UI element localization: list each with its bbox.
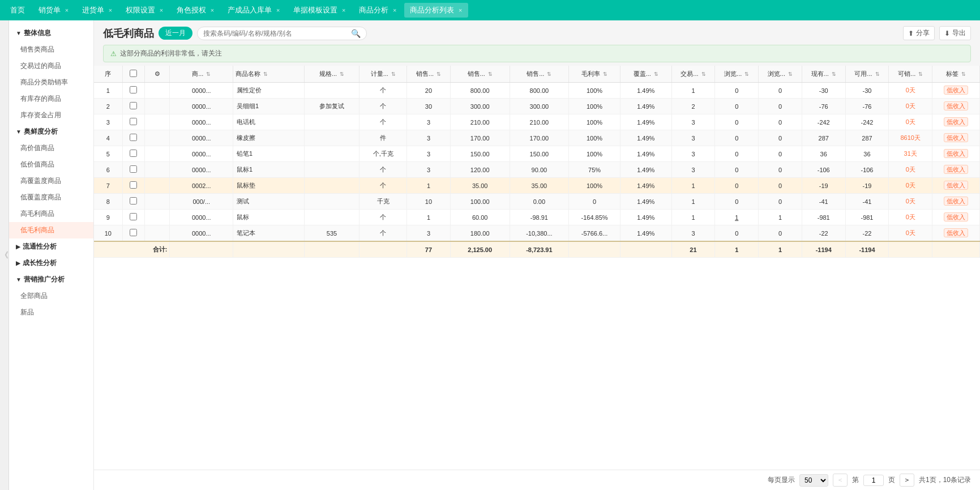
row-checkbox[interactable] [130, 118, 137, 125]
close-icon[interactable]: × [65, 7, 69, 14]
cell-check[interactable] [122, 99, 144, 114]
sidebar-item-stock-capital[interactable]: 库存资金占用 [9, 107, 93, 123]
sidebar-item-new-products[interactable]: 新品 [9, 304, 93, 321]
cell-check[interactable] [122, 130, 144, 146]
cell-check[interactable] [122, 194, 144, 210]
row-checkbox[interactable] [130, 134, 137, 141]
col-header-spec[interactable]: 规格... ⇅ [304, 66, 360, 83]
col-header-coverage[interactable]: 覆盖... ⇅ [620, 66, 671, 83]
sidebar-item-traded-goods[interactable]: 交易过的商品 [9, 58, 93, 74]
sidebar-group-overall[interactable]: ▼ 整体信息 [9, 25, 93, 41]
cell-check[interactable] [122, 162, 144, 178]
cell-trade-count: 1 [671, 83, 715, 99]
page-number-input[interactable] [863, 475, 884, 486]
sidebar-item-stocked-goods[interactable]: 有库存的商品 [9, 91, 93, 107]
row-checkbox[interactable] [130, 181, 137, 189]
cell-available-stock: -106 [845, 162, 889, 178]
cell-check[interactable] [122, 83, 144, 99]
prev-page-button[interactable]: ＜ [833, 474, 848, 487]
close-icon[interactable]: × [160, 7, 163, 14]
sidebar-item-sales-goods[interactable]: 销售类商品 [9, 41, 93, 58]
export-button[interactable]: ⬇ 导出 [939, 26, 971, 40]
cell-sales-count: 3 [407, 146, 451, 162]
cell-available-stock: -41 [845, 194, 889, 210]
row-checkbox[interactable] [130, 102, 137, 109]
sidebar-item-low-margin[interactable]: 低毛利商品 [9, 222, 93, 238]
row-checkbox[interactable] [130, 229, 137, 236]
row-checkbox[interactable] [130, 197, 137, 204]
row-checkbox[interactable] [130, 165, 137, 173]
sidebar-collapse-button[interactable]: 《 [0, 20, 9, 490]
nav-product-entry[interactable]: 产成品入库单 × [222, 3, 285, 18]
col-header-view-count1[interactable]: 浏览... ⇅ [715, 66, 759, 83]
cell-check[interactable] [122, 178, 144, 194]
col-header-current-stock[interactable]: 现有... ⇅ [802, 66, 845, 83]
col-header-sales-price[interactable]: 销售... ⇅ [450, 66, 510, 83]
sidebar-group-freshness[interactable]: ▼ 奥鲜度分析 [9, 123, 93, 140]
close-icon[interactable]: × [459, 7, 462, 14]
table-body: 1 0000... 属性定价 个 20 800.00 800.00 100% 1… [94, 83, 980, 242]
close-icon[interactable]: × [109, 7, 112, 14]
cell-check[interactable] [122, 146, 144, 162]
sidebar-item-all-products[interactable]: 全部商品 [9, 288, 93, 304]
row-checkbox[interactable] [130, 150, 137, 157]
total-coverage [620, 241, 671, 258]
col-header-available-stock[interactable]: 可用... ⇅ [845, 66, 889, 83]
nav-sales[interactable]: 销货单 × [33, 3, 74, 18]
cell-view-count1[interactable]: 1 [715, 210, 759, 225]
share-button[interactable]: ⬆ 分享 [903, 26, 935, 40]
filter-recent-month-button[interactable]: 近一月 [159, 27, 192, 40]
cell-sales-count: 1 [407, 210, 451, 225]
col-header-view-count2[interactable]: 浏览... ⇅ [759, 66, 802, 83]
sidebar-item-high-coverage[interactable]: 高覆盖度商品 [9, 173, 93, 189]
sidebar-group-growth[interactable]: ▶ 成长性分析 [9, 255, 93, 271]
nav-home[interactable]: 首页 [5, 3, 31, 18]
row-checkbox[interactable] [130, 213, 137, 220]
col-header-check[interactable] [122, 66, 144, 83]
col-header-tag[interactable]: 标签 ⇅ [932, 66, 980, 83]
nav-role-auth[interactable]: 角色授权 × [171, 3, 220, 18]
nav-product-analysis[interactable]: 商品分析 × [353, 3, 402, 18]
cell-settings [144, 146, 170, 162]
col-header-sales-amount[interactable]: 销售... ⇅ [510, 66, 569, 83]
sidebar-item-high-margin[interactable]: 高毛利商品 [9, 206, 93, 222]
per-page-select[interactable]: 50 100 200 [799, 474, 828, 487]
sidebar-group-marketing[interactable]: ▼ 营销推广分析 [9, 271, 93, 288]
cell-check[interactable] [122, 114, 144, 130]
cell-coverage: 1.49% [620, 114, 671, 130]
col-header-unit[interactable]: 计量... ⇅ [360, 66, 407, 83]
sidebar-item-high-value[interactable]: 高价值商品 [9, 140, 93, 156]
close-icon[interactable]: × [393, 7, 396, 14]
close-icon[interactable]: × [342, 7, 345, 14]
close-icon[interactable]: × [211, 7, 214, 14]
cell-coverage: 1.49% [620, 178, 671, 194]
cell-coverage: 1.49% [620, 210, 671, 225]
col-header-settings[interactable]: ⚙ [144, 66, 170, 83]
sidebar-item-category-rate[interactable]: 商品分类助销率 [9, 74, 93, 91]
page-label: 第 [852, 475, 859, 485]
col-header-name[interactable]: 商品名称 ⇅ [233, 66, 305, 83]
next-page-button[interactable]: ＞ [900, 474, 914, 487]
col-header-code[interactable]: 商... ⇅ [170, 66, 233, 83]
nav-permissions[interactable]: 权限设置 × [120, 3, 169, 18]
search-icon[interactable]: 🔍 [351, 29, 361, 38]
nav-purchase[interactable]: 进货单 × [76, 3, 118, 18]
col-header-saleable-stock[interactable]: 可销... ⇅ [889, 66, 932, 83]
sidebar-group-circulation[interactable]: ▶ 流通性分析 [9, 238, 93, 255]
col-header-trade-count[interactable]: 交易... ⇅ [671, 66, 715, 83]
close-icon[interactable]: × [276, 7, 280, 14]
select-all-checkbox[interactable] [130, 70, 137, 77]
nav-template-settings[interactable]: 单据模板设置 × [288, 3, 351, 18]
col-header-gross-rate[interactable]: 毛利率 ⇅ [569, 66, 620, 83]
cell-check[interactable] [122, 225, 144, 242]
sidebar-item-low-coverage[interactable]: 低覆盖度商品 [9, 189, 93, 206]
col-header-sales-count[interactable]: 销售... ⇅ [407, 66, 451, 83]
search-input[interactable] [203, 29, 349, 37]
nav-product-analysis-list[interactable]: 商品分析列表 × [404, 3, 468, 18]
cell-current-stock: -981 [802, 210, 845, 225]
sidebar-item-low-value[interactable]: 低价值商品 [9, 156, 93, 173]
cell-check[interactable] [122, 210, 144, 225]
data-table-container[interactable]: 序 ⚙ 商... ⇅ 商品名称 ⇅ 规格... ⇅ 计量... ⇅ 销售... … [94, 66, 980, 470]
cell-gross-rate: 75% [569, 162, 620, 178]
row-checkbox[interactable] [130, 86, 137, 93]
